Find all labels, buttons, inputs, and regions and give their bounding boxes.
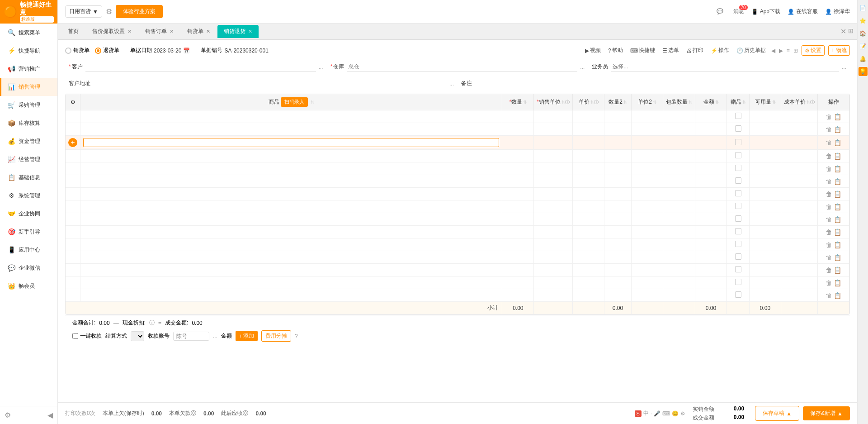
row-pack-3[interactable] [663, 136, 695, 150]
row-unit2-8[interactable] [632, 200, 663, 213]
row-pack-11[interactable] [663, 238, 695, 251]
sidebar-item-guide[interactable]: 🎯 新手引导 [0, 223, 57, 241]
row-amount-2[interactable] [695, 123, 727, 136]
row-copy-15[interactable]: 📋 [834, 292, 841, 299]
row-copy-12[interactable]: 📋 [834, 254, 841, 261]
row-gift-check-6[interactable] [735, 177, 741, 184]
row-delete-9[interactable]: 🗑 [826, 216, 832, 223]
sidebar-item-finance[interactable]: 💰 资金管理 [0, 132, 57, 150]
row-delete-3[interactable]: 🗑 [826, 139, 832, 146]
row-unit-8[interactable] [534, 200, 573, 213]
row-amount-4[interactable] [695, 150, 727, 162]
row-copy-3[interactable]: 📋 [834, 139, 841, 146]
tab-2[interactable]: 销售订单✕ [139, 25, 180, 38]
row-gift-check-8[interactable] [735, 203, 741, 209]
row-unit-14[interactable] [534, 276, 573, 289]
row-price-6[interactable] [573, 175, 604, 188]
row-pack-15[interactable] [663, 289, 695, 302]
row-qty-6[interactable] [502, 175, 534, 188]
row-gift-check-12[interactable] [735, 253, 741, 260]
row-price-1[interactable] [573, 110, 604, 123]
operation-btn[interactable]: ⚡ 操作 [709, 46, 731, 55]
row-product-13[interactable] [80, 264, 502, 276]
tab-close-3[interactable]: ✕ [206, 29, 210, 34]
row-gift-11[interactable] [727, 238, 750, 251]
sidebar-item-partner[interactable]: 🤝 企业协同 [0, 205, 57, 223]
row-copy-6[interactable]: 📋 [834, 178, 841, 185]
row-qty-10[interactable] [502, 226, 534, 238]
row-price-2[interactable] [573, 123, 604, 136]
row-copy-5[interactable]: 📋 [834, 165, 841, 172]
status-home-icon[interactable]: 🏠 [859, 29, 868, 38]
row-product-9[interactable] [80, 213, 502, 226]
row-product-1[interactable] [80, 110, 502, 123]
video-btn[interactable]: ▶ 视频 [583, 46, 603, 55]
row-qty-14[interactable] [502, 276, 534, 289]
row-amount-13[interactable] [695, 264, 727, 276]
row-copy-11[interactable]: 📋 [834, 241, 841, 248]
row-amount-3[interactable] [695, 136, 727, 150]
row-product-4[interactable] [80, 150, 502, 162]
one-click-payment-label[interactable]: 一键收款 [72, 332, 102, 340]
row-price-8[interactable] [573, 200, 604, 213]
status-active-icon[interactable]: 💡 [859, 67, 868, 76]
row-qty2-4[interactable] [604, 150, 632, 162]
row-qty2-3[interactable] [604, 136, 632, 150]
row-qty2-11[interactable] [604, 238, 632, 251]
tab-3[interactable]: 销货单✕ [181, 25, 217, 38]
row-avail-9[interactable] [750, 213, 781, 226]
row-price-7[interactable] [573, 188, 604, 200]
row-price-10[interactable] [573, 226, 604, 238]
sidebar-item-marketing[interactable]: 📢 营销推广 [0, 60, 57, 78]
row-unit2-1[interactable] [632, 110, 663, 123]
row-product-15[interactable] [80, 289, 502, 302]
row-product-3[interactable] [80, 136, 502, 150]
row-cost-13[interactable] [781, 264, 818, 276]
row-qty2-8[interactable] [604, 200, 632, 213]
message-btn[interactable]: 💬 70 消息 [717, 8, 744, 15]
row-unit-4[interactable] [534, 150, 573, 162]
sidebar-item-basic[interactable]: 📋 基础信息 [0, 168, 57, 186]
row-avail-15[interactable] [750, 289, 781, 302]
row-copy-2[interactable]: 📋 [834, 126, 841, 133]
row-amount-7[interactable] [695, 188, 727, 200]
row-gift-check-1[interactable] [735, 113, 741, 119]
row-pack-10[interactable] [663, 226, 695, 238]
row-product-14[interactable] [80, 276, 502, 289]
row-avail-5[interactable] [750, 162, 781, 175]
sidebar-item-quick[interactable]: ⚡ 快捷导航 [0, 42, 57, 60]
row-amount-1[interactable] [695, 110, 727, 123]
row-amount-11[interactable] [695, 238, 727, 251]
row-avail-2[interactable] [750, 123, 781, 136]
row-avail-12[interactable] [750, 251, 781, 264]
row-qty-8[interactable] [502, 200, 534, 213]
help-btn[interactable]: ? 帮助 [606, 46, 625, 55]
row-qty2-1[interactable] [604, 110, 632, 123]
row-qty2-14[interactable] [604, 276, 632, 289]
row-amount-5[interactable] [695, 162, 727, 175]
ime-keyboard[interactable]: ⌨ [662, 410, 670, 417]
status-doc-icon[interactable]: 📄 [859, 4, 868, 13]
row-cost-5[interactable] [781, 162, 818, 175]
row-unit-3[interactable] [534, 136, 573, 150]
row-gift-check-3[interactable] [735, 139, 741, 145]
row-unit2-14[interactable] [632, 276, 663, 289]
remark-input[interactable] [475, 79, 846, 88]
row-unit-6[interactable] [534, 175, 573, 188]
row-unit-9[interactable] [534, 213, 573, 226]
row-gift-13[interactable] [727, 264, 750, 276]
row-unit-5[interactable] [534, 162, 573, 175]
add-payment-btn[interactable]: + 添加 [236, 331, 258, 341]
row-unit2-3[interactable] [632, 136, 663, 150]
row-copy-13[interactable]: 📋 [834, 267, 841, 274]
row-copy-8[interactable]: 📋 [834, 203, 841, 210]
trial-btn[interactable]: 体验行业方案 [116, 5, 163, 18]
calc-method-select[interactable] [131, 331, 144, 341]
row-unit-15[interactable] [534, 289, 573, 302]
row-gift-14[interactable] [727, 276, 750, 289]
row-price-11[interactable] [573, 238, 604, 251]
row-gift-3[interactable] [727, 136, 750, 150]
row-avail-14[interactable] [750, 276, 781, 289]
row-avail-13[interactable] [750, 264, 781, 276]
row-qty2-10[interactable] [604, 226, 632, 238]
